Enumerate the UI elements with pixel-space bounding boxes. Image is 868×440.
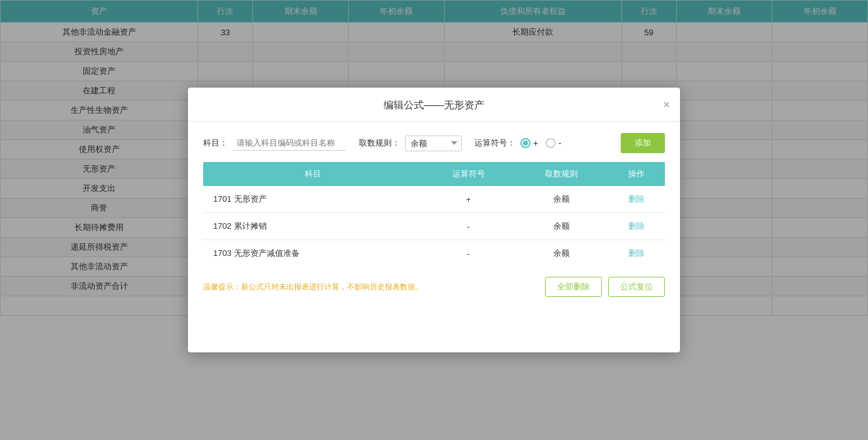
formula-subject: 1701 无形资产 — [203, 186, 422, 213]
data-table-wrap: 科目 运算符号 取数规则 操作 1701 无形资产+余额删除1702 累计摊销-… — [188, 162, 680, 267]
close-button[interactable]: × — [663, 99, 670, 110]
formula-action: 删除 — [607, 213, 665, 240]
formula-rule: 余额 — [515, 186, 607, 213]
form-row: 科目： 取数规则： 余额 借方 贷方 运算符号： — [188, 122, 680, 162]
formula-operator: - — [422, 240, 515, 267]
formula-row: 1701 无形资产+余额删除 — [203, 186, 665, 213]
formula-row: 1702 累计摊销-余额删除 — [203, 213, 665, 240]
radio-plus-circle — [520, 138, 531, 148]
formula-action: 删除 — [607, 186, 665, 213]
rule-group: 取数规则： 余额 借方 贷方 — [359, 136, 462, 151]
formula-operator: + — [422, 186, 515, 213]
formula-rule: 余额 — [515, 213, 607, 240]
subject-group: 科目： — [203, 136, 346, 151]
formula-table: 科目 运算符号 取数规则 操作 1701 无形资产+余额删除1702 累计摊销-… — [203, 162, 665, 267]
delete-row-button[interactable]: 删除 — [628, 194, 645, 205]
table-header-subject: 科目 — [203, 162, 422, 186]
delete-row-button[interactable]: 删除 — [628, 248, 645, 259]
modal-overlay: 编辑公式——无形资产 × 科目： 取数规则： 余额 借方 贷方 运算符号： — [0, 0, 868, 440]
formula-subject: 1703 无形资产减值准备 — [203, 240, 422, 267]
formula-subject: 1702 累计摊销 — [203, 213, 422, 240]
modal-title: 编辑公式——无形资产 — [384, 100, 484, 110]
radio-group: + - — [520, 138, 561, 148]
rule-select-wrap: 余额 借方 贷方 — [405, 136, 462, 151]
reset-button[interactable]: 公式复位 — [608, 277, 665, 297]
table-header-rule: 取数规则 — [515, 162, 607, 186]
operator-group: 运算符号： + - — [474, 137, 561, 149]
edit-formula-modal: 编辑公式——无形资产 × 科目： 取数规则： 余额 借方 贷方 运算符号： — [188, 88, 680, 352]
footer-buttons: 全部删除 公式复位 — [545, 277, 665, 297]
formula-rule: 余额 — [515, 240, 607, 267]
rule-select[interactable]: 余额 借方 贷方 — [405, 136, 462, 151]
modal-header: 编辑公式——无形资产 × — [188, 88, 680, 122]
radio-minus[interactable]: - — [546, 138, 561, 148]
delete-row-button[interactable]: 删除 — [628, 221, 645, 232]
formula-action: 删除 — [607, 240, 665, 267]
table-header-action: 操作 — [607, 162, 665, 186]
modal-footer: 温馨提示：新公式只对未出报表进行计算，不影响历史报表数据。 全部删除 公式复位 — [188, 267, 680, 297]
footer-tip: 温馨提示：新公式只对未出报表进行计算，不影响历史报表数据。 — [203, 282, 423, 292]
table-header-operator: 运算符号 — [422, 162, 515, 186]
delete-all-button[interactable]: 全部删除 — [545, 277, 602, 297]
formula-operator: - — [422, 213, 515, 240]
radio-minus-label: - — [558, 138, 561, 148]
radio-plus[interactable]: + — [520, 138, 538, 148]
formula-row: 1703 无形资产减值准备-余额删除 — [203, 240, 665, 267]
subject-input[interactable] — [233, 136, 346, 151]
radio-plus-label: + — [533, 138, 538, 148]
rule-label: 取数规则： — [359, 137, 400, 149]
operator-label: 运算符号： — [474, 137, 515, 149]
radio-minus-circle — [546, 138, 556, 148]
add-button[interactable]: 添加 — [621, 133, 665, 153]
subject-label: 科目： — [203, 137, 228, 149]
